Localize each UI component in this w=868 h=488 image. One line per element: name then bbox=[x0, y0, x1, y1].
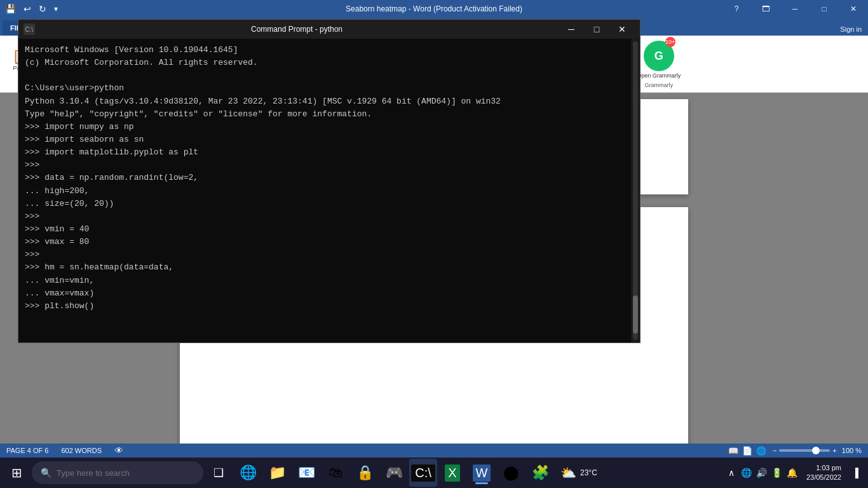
search-icon: 🔍 bbox=[41, 468, 51, 478]
statusbar-right: 📖 📄 🌐 − + 100 % bbox=[728, 446, 862, 456]
search-input[interactable] bbox=[57, 468, 194, 478]
view-icons: 📖 📄 🌐 bbox=[728, 446, 766, 456]
clock[interactable]: 1:03 pm 23/05/2022 bbox=[801, 463, 846, 483]
word-icon-area: 💾 ↩ ↻ ▾ bbox=[0, 0, 60, 18]
cmd-scrollbar-thumb[interactable] bbox=[633, 295, 638, 334]
zoom-percent: 100 % bbox=[842, 447, 862, 454]
redo-icon[interactable]: ↻ bbox=[36, 4, 49, 14]
taskbar-tray: ∧ 🌐 🔊 🔋 🔔 1:03 pm 23/05/2022 ▐ bbox=[725, 463, 865, 483]
mail-icon: 📧 bbox=[298, 464, 315, 481]
vpn-icon[interactable]: 🔒 bbox=[351, 459, 379, 487]
windows-logo-icon: ⊞ bbox=[11, 465, 22, 480]
grammarly-group-label: Grammarly bbox=[635, 82, 683, 90]
notification-icon[interactable]: 🔔 bbox=[786, 466, 799, 479]
cmd-close-button[interactable]: ✕ bbox=[609, 20, 635, 38]
undo-icon[interactable]: ↩ bbox=[21, 4, 34, 14]
temperature: 23°C bbox=[580, 468, 597, 477]
weather-widget[interactable]: ⛅ 23°C bbox=[555, 465, 602, 480]
zoom-slider[interactable] bbox=[779, 449, 830, 452]
zoom-thumb[interactable] bbox=[812, 447, 820, 454]
chevron-up-icon[interactable]: ∧ bbox=[725, 466, 738, 479]
game-icon[interactable]: 🎮 bbox=[380, 459, 408, 487]
taskview-icon: ❑ bbox=[214, 466, 224, 480]
cmd-scrollbar[interactable] bbox=[631, 39, 640, 342]
cmd-titlebar: C:\ Command Prompt - python ─ □ ✕ bbox=[18, 20, 640, 39]
file-explorer-icon[interactable]: 📁 bbox=[263, 459, 291, 487]
accessibility-icon[interactable]: 👁 bbox=[114, 445, 123, 456]
chrome-icon[interactable]: ⬤ bbox=[497, 459, 525, 487]
edge-app-icon[interactable]: 🌐 bbox=[234, 459, 262, 487]
cmd-window: C:\ Command Prompt - python ─ □ ✕ Micros… bbox=[18, 19, 641, 343]
word-title: Seaborn heatmap - Word (Product Activati… bbox=[346, 4, 522, 13]
weather-icon: ⛅ bbox=[560, 465, 576, 480]
outlook-icon[interactable]: 📧 bbox=[292, 459, 320, 487]
cmd-title: Command Prompt - python bbox=[40, 25, 553, 34]
cmd-taskbar-icon[interactable]: C:\ bbox=[409, 459, 437, 487]
word-taskbar-icon[interactable]: W bbox=[468, 459, 496, 487]
store-icon[interactable]: 🛍 bbox=[322, 459, 349, 487]
taskbar-apps: ❑ 🌐 📁 📧 🛍 🔒 🎮 C:\ X W ⬤ bbox=[205, 459, 554, 487]
spreadsheet-icon: X bbox=[445, 464, 459, 482]
cmd-maximize-button[interactable]: □ bbox=[584, 20, 609, 38]
taskbar-search-box[interactable]: 🔍 bbox=[32, 461, 203, 484]
grammarly-label: Open Grammarly bbox=[637, 72, 681, 79]
grammarly-icon: G bbox=[654, 50, 663, 63]
unknown-app-icon[interactable]: 🧩 bbox=[526, 459, 554, 487]
sign-in-button[interactable]: Sign in bbox=[834, 23, 868, 36]
edge-icon: 🌐 bbox=[240, 464, 257, 481]
zoom-out-button[interactable]: − bbox=[773, 447, 776, 454]
cmd-icon-symbol: C:\ bbox=[25, 26, 34, 33]
customize-icon[interactable]: ▾ bbox=[51, 4, 60, 13]
store-bag-icon: 🛍 bbox=[329, 464, 342, 481]
clock-date: 23/05/2022 bbox=[806, 473, 841, 482]
cmd-window-controls: ─ □ ✕ bbox=[559, 20, 635, 38]
close-icon[interactable]: ✕ bbox=[839, 0, 868, 18]
print-layout-icon[interactable]: 📄 bbox=[742, 446, 752, 456]
system-tray: ∧ 🌐 🔊 🔋 🔔 bbox=[725, 466, 799, 479]
puzzle-icon: 🧩 bbox=[532, 464, 549, 481]
word-statusbar: PAGE 4 OF 6 602 WORDS 👁 📖 📄 🌐 − + 100 % bbox=[0, 444, 868, 458]
save-icon[interactable]: 💾 bbox=[3, 4, 18, 14]
titlebar-left-controls: 💾 ↩ ↻ ▾ bbox=[0, 0, 3, 18]
zoom-in-button[interactable]: + bbox=[832, 447, 836, 454]
cmd-icon: C:\ bbox=[24, 24, 35, 35]
folder-icon: 📁 bbox=[269, 464, 286, 481]
lock-icon: 🔒 bbox=[356, 464, 374, 481]
web-layout-icon[interactable]: 🌐 bbox=[756, 446, 766, 456]
speaker-icon[interactable]: 🔊 bbox=[756, 466, 768, 479]
clock-time: 1:03 pm bbox=[806, 463, 841, 473]
minimize-icon[interactable]: ─ bbox=[780, 0, 810, 18]
word-count: 602 WORDS bbox=[61, 447, 102, 454]
network-icon[interactable]: 🌐 bbox=[740, 466, 753, 479]
word-titlebar: 💾 ↩ ↻ ▾ Seaborn heatmap - Word (Product … bbox=[0, 0, 868, 18]
grammarly-btn-wrapper: G 10+ bbox=[644, 38, 674, 71]
maximize-icon[interactable]: □ bbox=[810, 0, 839, 18]
battery-icon[interactable]: 🔋 bbox=[771, 466, 783, 479]
read-mode-icon[interactable]: 📖 bbox=[728, 446, 738, 456]
taskview-button[interactable]: ❑ bbox=[205, 459, 233, 487]
zoom-control: − + 100 % bbox=[773, 447, 862, 454]
excel-icon[interactable]: X bbox=[438, 459, 466, 487]
gamepad-icon: 🎮 bbox=[386, 464, 403, 481]
grammarly-button[interactable]: G 10+ bbox=[644, 41, 674, 71]
terminal-icon: C:\ bbox=[411, 464, 435, 482]
help-icon[interactable]: ? bbox=[722, 0, 751, 18]
start-button[interactable]: ⊞ bbox=[3, 459, 31, 487]
word-icon: W bbox=[473, 464, 491, 482]
window-controls: ? 🗖 ─ □ ✕ bbox=[722, 0, 868, 18]
taskbar: ⊞ 🔍 ❑ 🌐 📁 📧 🛍 🔒 🎮 C:\ X bbox=[0, 458, 868, 488]
cmd-minimize-button[interactable]: ─ bbox=[559, 20, 584, 38]
page-count: PAGE 4 OF 6 bbox=[6, 447, 48, 454]
cmd-content[interactable]: Microsoft Windows [Version 10.0.19044.16… bbox=[18, 39, 640, 342]
chrome-browser-icon: ⬤ bbox=[503, 464, 519, 481]
show-desktop-icon[interactable]: ▐ bbox=[849, 466, 862, 479]
cmd-scrollbar-track[interactable] bbox=[633, 41, 638, 340]
grammarly-badge: 10+ bbox=[665, 37, 675, 47]
restore-icon[interactable]: 🗖 bbox=[751, 0, 780, 18]
